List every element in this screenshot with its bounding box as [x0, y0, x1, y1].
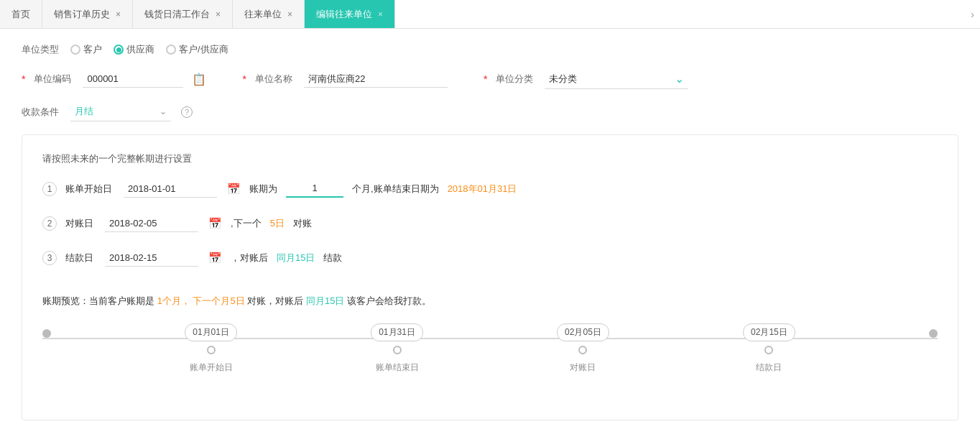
timeline-node-3: 02月05日 对账日: [557, 323, 609, 374]
tab-sales-history-label: 销售订单历史: [54, 8, 110, 21]
timeline-items: 01月01日 账单开始日 01月31日 账单结束日 02月05日 对账日: [42, 323, 938, 374]
tab-edit-partner-label: 编辑往来单位: [316, 8, 372, 21]
unit-name-input[interactable]: [304, 70, 448, 88]
timeline-dot-2: [393, 346, 402, 354]
preview-payment-date: 同月15日: [306, 295, 344, 306]
tab-home[interactable]: 首页: [0, 0, 42, 28]
radio-both[interactable]: 客户/供应商: [166, 43, 228, 56]
setting-label-1: 账单开始日: [65, 183, 112, 196]
setting-label-3: 结款日: [65, 252, 93, 264]
period-mid-text: 账期为: [249, 183, 277, 196]
tab-home-label: 首页: [11, 8, 30, 21]
radio-customer-circle: [70, 45, 80, 55]
preview-bar: 账期预览：当前客户账期是 1个月， 下一个月5日 对账，对账后 同月15日 该客…: [42, 284, 938, 323]
tab-edit-partner[interactable]: 编辑往来单位 ×: [305, 0, 395, 28]
unit-code-label: 单位编码: [34, 73, 71, 86]
timeline-node-4: 02月15日 结款日: [743, 323, 795, 374]
radio-both-circle: [166, 45, 176, 55]
tab-nav-more[interactable]: ›: [971, 0, 980, 28]
timeline-dot-1: [207, 346, 216, 354]
setting-row-3: 3 结款日 📅 ，对账后 同月15日 结款: [42, 249, 938, 267]
timeline-start-dot: [42, 329, 51, 338]
radio-supplier[interactable]: 供应商: [114, 43, 154, 56]
timeline-node-2: 01月31日 账单结束日: [371, 323, 423, 374]
start-date-calendar-icon[interactable]: 📅: [227, 183, 241, 196]
help-icon[interactable]: ?: [181, 106, 193, 118]
unit-type-label: 单位类型: [22, 43, 59, 56]
radio-group-unit-type: 客户 供应商 客户/供应商: [70, 43, 228, 56]
payment-select[interactable]: 月结 ⌄: [70, 102, 171, 121]
preview-end: 该客户会给我打款。: [347, 295, 431, 306]
payment-highlight: 同月15日: [277, 252, 315, 264]
timeline-label-1: 账单开始日: [190, 362, 233, 374]
setting-row-1: 1 账单开始日 📅 账期为 个月,账单结束日期为 2018年01月31日: [42, 180, 938, 198]
settings-card: 请按照未来的一个完整帐期进行设置 1 账单开始日 📅 账期为 个月,账单结束日期…: [22, 134, 958, 420]
timeline-date-4: 02月15日: [743, 323, 795, 341]
main-content: 单位类型 客户 供应商 客户/供应商 * 单位编码 📋 * 单位名称: [0, 29, 980, 437]
unit-code-input[interactable]: [83, 70, 183, 88]
unit-class-label: 单位分类: [496, 73, 533, 86]
setting-num-2: 2: [42, 216, 57, 231]
unit-name-label: 单位名称: [255, 73, 292, 86]
tab-partner[interactable]: 往来单位 ×: [233, 0, 305, 28]
preview-prefix: 账期预览：当前客户账期是: [42, 295, 154, 306]
period-input[interactable]: [286, 180, 343, 198]
radio-supplier-circle: [114, 45, 124, 55]
payment-value: 月结: [75, 105, 157, 118]
timeline-container: 01月01日 账单开始日 01月31日 账单结束日 02月05日 对账日: [42, 323, 938, 402]
timeline-dot-4: [764, 346, 773, 354]
timeline-date-1: 01月01日: [185, 323, 237, 341]
unit-class-arrow-icon: ⌄: [670, 69, 688, 88]
start-date-input[interactable]: [124, 180, 217, 198]
tab-bar: 首页 销售订单历史 × 钱货日清工作台 × 往来单位 × 编辑往来单位 × ›: [0, 0, 980, 29]
radio-customer[interactable]: 客户: [70, 43, 102, 56]
timeline-label-3: 对账日: [570, 362, 596, 374]
preview-mid: 对账，对账后: [247, 295, 303, 306]
tab-cashier-label: 钱货日清工作台: [144, 8, 210, 21]
tab-sales-history[interactable]: 销售订单历史 ×: [42, 0, 133, 28]
timeline-dot-3: [578, 346, 587, 354]
unit-name-group: * 单位名称: [242, 70, 447, 88]
payment-suffix: 结款: [323, 252, 342, 264]
period-end-date: 2018年01月31日: [448, 183, 517, 196]
timeline-date-2: 01月31日: [371, 323, 423, 341]
reconcile-date-input[interactable]: [105, 215, 198, 232]
preview-reconcile-date: 下一个月5日: [193, 295, 244, 306]
tab-partner-label: 往来单位: [244, 8, 282, 21]
unit-class-group: * 单位分类 未分类 ⌄: [484, 69, 688, 89]
timeline-label-4: 结款日: [756, 362, 782, 374]
payment-date-calendar-icon[interactable]: 📅: [208, 252, 222, 264]
timeline-label-2: 账单结束日: [376, 362, 419, 374]
payment-row: 收款条件 月结 ⌄ ?: [22, 102, 958, 121]
tab-cashier[interactable]: 钱货日清工作台 ×: [133, 0, 233, 28]
unit-type-row: 单位类型 客户 供应商 客户/供应商: [22, 43, 958, 56]
timeline-end-dot: [929, 329, 938, 338]
preview-period: 1个月，: [157, 295, 190, 306]
payment-prefix: ，对账后: [231, 252, 268, 264]
tab-cashier-close[interactable]: ×: [216, 9, 221, 19]
reconcile-highlight: 5日: [270, 217, 285, 230]
payment-date-input[interactable]: [105, 249, 198, 267]
setting-num-1: 1: [42, 182, 57, 196]
setting-num-3: 3: [42, 251, 57, 265]
reconcile-prefix: ,下一个: [231, 217, 262, 230]
unit-code-copy-icon[interactable]: 📋: [192, 73, 206, 86]
timeline-node-1: 01月01日 账单开始日: [185, 323, 237, 374]
unit-info-row: * 单位编码 📋 * 单位名称 * 单位分类 未分类 ⌄: [22, 69, 958, 89]
setting-label-2: 对账日: [65, 217, 93, 230]
timeline-date-3: 02月05日: [557, 323, 609, 341]
period-suffix: 个月,账单结束日期为: [352, 183, 439, 196]
payment-label: 收款条件: [22, 106, 59, 119]
unit-code-group: * 单位编码 📋: [22, 70, 206, 88]
tab-edit-partner-close[interactable]: ×: [378, 9, 383, 19]
unit-class-select[interactable]: 未分类 ⌄: [545, 69, 688, 89]
unit-class-value: 未分类: [545, 70, 670, 88]
setting-row-2: 2 对账日 📅 ,下一个 5日 对账: [42, 215, 938, 232]
reconcile-date-calendar-icon[interactable]: 📅: [208, 217, 222, 230]
tab-partner-close[interactable]: ×: [287, 9, 292, 19]
payment-select-arrow-icon: ⌄: [160, 106, 167, 116]
reconcile-suffix: 对账: [293, 217, 312, 230]
tab-sales-history-close[interactable]: ×: [116, 9, 121, 19]
card-title: 请按照未来的一个完整帐期进行设置: [42, 152, 938, 165]
